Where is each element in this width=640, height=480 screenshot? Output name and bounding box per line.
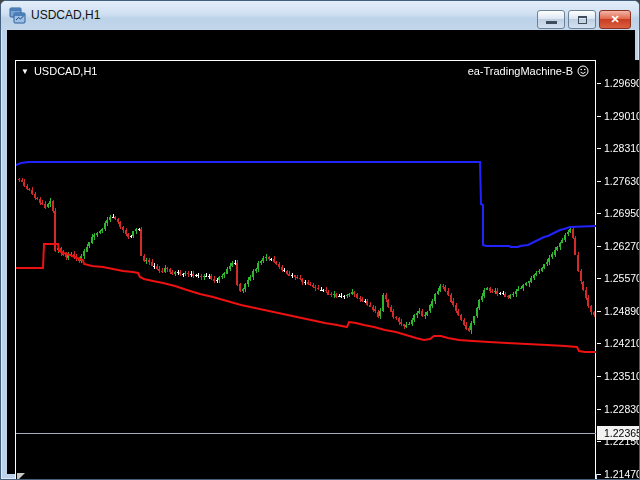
price-tick <box>597 148 601 149</box>
ea-label: ea-TradingMachine-B <box>468 65 589 77</box>
ea-name-text: ea-TradingMachine-B <box>468 65 573 77</box>
chevron-down-icon[interactable]: ▼ <box>21 66 29 77</box>
price-tick <box>597 441 601 442</box>
price-tick <box>597 116 601 117</box>
price-label: 1.26270 <box>604 240 640 252</box>
price-tick <box>597 278 601 279</box>
price-label: 1.29010 <box>604 110 640 122</box>
price-tick <box>597 246 601 247</box>
price-tick <box>597 181 601 182</box>
price-label: 1.24210 <box>604 337 640 349</box>
window-title: USDCAD,H1 <box>31 8 100 22</box>
close-button[interactable]: ✕ <box>599 10 631 29</box>
price-tick <box>597 376 601 377</box>
title-bar[interactable]: USDCAD,H1 ✕ <box>1 1 639 30</box>
restore-icon <box>578 16 587 24</box>
price-tick <box>597 343 601 344</box>
restore-button[interactable] <box>568 10 596 29</box>
price-label: 1.24890 <box>604 305 640 317</box>
chart-client-area: ▼ USDCAD,H1 ea-TradingMachine-B 1.296901… <box>7 30 635 474</box>
minimize-icon <box>546 21 557 24</box>
price-tick <box>597 474 601 475</box>
price-scale[interactable]: 1.296901.290101.283101.276301.269501.262… <box>597 60 640 480</box>
price-tick <box>597 213 601 214</box>
price-label: 1.29690 <box>604 77 640 89</box>
price-label: 1.28310 <box>604 142 640 154</box>
price-label: 1.22830 <box>604 403 640 415</box>
price-label: 1.25570 <box>604 272 640 284</box>
symbol-period-label: ▼ USDCAD,H1 <box>21 65 98 77</box>
price-label: 1.21470 <box>604 468 640 480</box>
price-label: 1.27630 <box>604 175 640 187</box>
minimize-button[interactable] <box>537 10 565 29</box>
chart-plot-area[interactable]: ▼ USDCAD,H1 ea-TradingMachine-B <box>15 60 596 480</box>
chart-window: USDCAD,H1 ✕ ▼ USDCAD,H1 ea-TradingMachin… <box>0 0 640 480</box>
price-tick <box>597 311 601 312</box>
price-tick <box>597 409 601 410</box>
chart-window-icon <box>9 7 26 24</box>
candlestick-canvas[interactable] <box>16 61 596 480</box>
price-tick <box>597 83 601 84</box>
price-label: 1.23510 <box>604 370 640 382</box>
bid-price-box: 1.22365 <box>597 426 640 440</box>
price-label: 1.26950 <box>604 207 640 219</box>
symbol-period-text: USDCAD,H1 <box>34 65 98 77</box>
smiley-icon <box>577 65 589 77</box>
